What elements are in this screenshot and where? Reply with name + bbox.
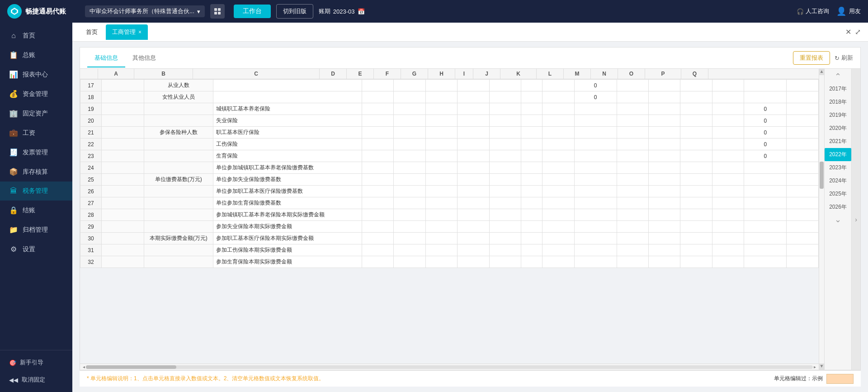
- cell-17-G[interactable]: [458, 80, 489, 91]
- cell-31-Q[interactable]: [787, 244, 819, 256]
- cell-32-M[interactable]: [648, 256, 680, 268]
- cell-32-F[interactable]: [425, 256, 457, 268]
- cell-22-K[interactable]: [574, 139, 617, 150]
- cell-18-M[interactable]: [648, 91, 680, 103]
- cell-27-P[interactable]: [744, 197, 787, 209]
- cell-28-G[interactable]: [458, 209, 489, 221]
- cell-24-J[interactable]: [542, 162, 574, 174]
- cell-31-F[interactable]: [425, 244, 457, 256]
- cell-29-L[interactable]: [617, 221, 648, 233]
- cell-28-K[interactable]: [574, 209, 617, 221]
- cell-19-H[interactable]: [489, 103, 521, 115]
- cell-19-Q[interactable]: [787, 103, 819, 115]
- consultant-button[interactable]: 🎧 人工咨询: [797, 7, 829, 15]
- cell-28-N[interactable]: [680, 209, 712, 221]
- cell-17-C[interactable]: [213, 80, 362, 91]
- cell-27-E[interactable]: [394, 197, 425, 209]
- h-scroll-track[interactable]: [86, 365, 813, 369]
- year-2018[interactable]: 2018年: [825, 96, 851, 109]
- cell-30-C[interactable]: 参加职工基本医疗保险本期实际缴费金额: [213, 233, 362, 244]
- cell-31-H[interactable]: [489, 244, 521, 256]
- cell-25-H[interactable]: [489, 174, 521, 186]
- cell-30-L[interactable]: [617, 233, 648, 244]
- cell-21-P[interactable]: 0: [744, 127, 787, 139]
- cell-31-O[interactable]: [712, 244, 744, 256]
- cell-18-E[interactable]: [394, 91, 425, 103]
- cell-27-H[interactable]: [489, 197, 521, 209]
- sidebar-item-invoice[interactable]: 🧾 发票管理: [0, 143, 72, 162]
- cell-19-I[interactable]: [521, 103, 542, 115]
- cell-22-L[interactable]: [617, 139, 648, 150]
- tab-close-btn[interactable]: ✕: [845, 28, 851, 36]
- cell-27-Q[interactable]: [787, 197, 819, 209]
- cell-22-O[interactable]: [712, 139, 744, 150]
- cell-31-N[interactable]: [680, 244, 712, 256]
- cell-22-G[interactable]: [458, 139, 489, 150]
- cell-18-L[interactable]: [617, 91, 648, 103]
- cell-24-L[interactable]: [617, 162, 648, 174]
- year-2025[interactable]: 2025年: [825, 187, 851, 201]
- h-scroll-thumb[interactable]: [86, 365, 176, 369]
- company-icon-btn[interactable]: [210, 4, 225, 19]
- cell-23-M[interactable]: [648, 150, 680, 162]
- workbench-button[interactable]: 工作台: [234, 5, 271, 18]
- cell-25-I[interactable]: [521, 174, 542, 186]
- cell-26-F[interactable]: [425, 186, 457, 197]
- cell-21-N[interactable]: [680, 127, 712, 139]
- cell-22-M[interactable]: [648, 139, 680, 150]
- cell-18-J[interactable]: [542, 91, 574, 103]
- tab-business[interactable]: 工商管理 ×: [106, 24, 148, 40]
- cell-31-I[interactable]: [521, 244, 542, 256]
- cell-23-G[interactable]: [458, 150, 489, 162]
- cell-21-D[interactable]: [362, 127, 393, 139]
- cell-26-I[interactable]: [521, 186, 542, 197]
- cell-28-J[interactable]: [542, 209, 574, 221]
- cell-22-E[interactable]: [394, 139, 425, 150]
- cell-27-I[interactable]: [521, 197, 542, 209]
- cell-27-M[interactable]: [648, 197, 680, 209]
- cell-32-C[interactable]: 参加生育保险本期实际缴费金额: [213, 256, 362, 268]
- cell-32-H[interactable]: [489, 256, 521, 268]
- cell-27-D[interactable]: [362, 197, 393, 209]
- cell-20-D[interactable]: [362, 115, 393, 127]
- cell-18-O[interactable]: [712, 91, 744, 103]
- cell-31-J[interactable]: [542, 244, 574, 256]
- cell-23-F[interactable]: [425, 150, 457, 162]
- cell-24-M[interactable]: [648, 162, 680, 174]
- cell-31-E[interactable]: [394, 244, 425, 256]
- cell-26-M[interactable]: [648, 186, 680, 197]
- cell-19-M[interactable]: [648, 103, 680, 115]
- sidebar-item-tax[interactable]: 🏛 税务管理: [0, 182, 72, 201]
- calendar-icon[interactable]: 📅: [358, 8, 365, 15]
- cell-21-O[interactable]: [712, 127, 744, 139]
- cell-20-J[interactable]: [542, 115, 574, 127]
- cell-23-I[interactable]: [521, 150, 542, 162]
- cell-24-O[interactable]: [712, 162, 744, 174]
- cell-24-N[interactable]: [680, 162, 712, 174]
- cell-28-O[interactable]: [712, 209, 744, 221]
- sub-tab-basic[interactable]: 基础信息: [87, 49, 125, 67]
- cell-28-D[interactable]: [362, 209, 393, 221]
- cell-22-P[interactable]: 0: [744, 139, 787, 150]
- cell-19-J[interactable]: [542, 103, 574, 115]
- tab-home[interactable]: 首页: [80, 24, 104, 40]
- cell-32-G[interactable]: [458, 256, 489, 268]
- cell-29-Q[interactable]: [787, 221, 819, 233]
- year-2020[interactable]: 2020年: [825, 122, 851, 135]
- cell-22-H[interactable]: [489, 139, 521, 150]
- cell-17-Q[interactable]: [787, 80, 819, 91]
- cell-22-Q[interactable]: [787, 139, 819, 150]
- cell-22-I[interactable]: [521, 139, 542, 150]
- cell-23-D[interactable]: [362, 150, 393, 162]
- cell-23-N[interactable]: [680, 150, 712, 162]
- cell-30-M[interactable]: [648, 233, 680, 244]
- cell-21-I[interactable]: [521, 127, 542, 139]
- cell-32-E[interactable]: [394, 256, 425, 268]
- cell-17-E[interactable]: [394, 80, 425, 91]
- cell-27-O[interactable]: [712, 197, 744, 209]
- cell-27-N[interactable]: [680, 197, 712, 209]
- cell-17-H[interactable]: [489, 80, 521, 91]
- horizontal-scrollbar[interactable]: ◂ ▸: [80, 363, 819, 370]
- cell-30-D[interactable]: [362, 233, 393, 244]
- v-scroll-track[interactable]: [819, 75, 824, 363]
